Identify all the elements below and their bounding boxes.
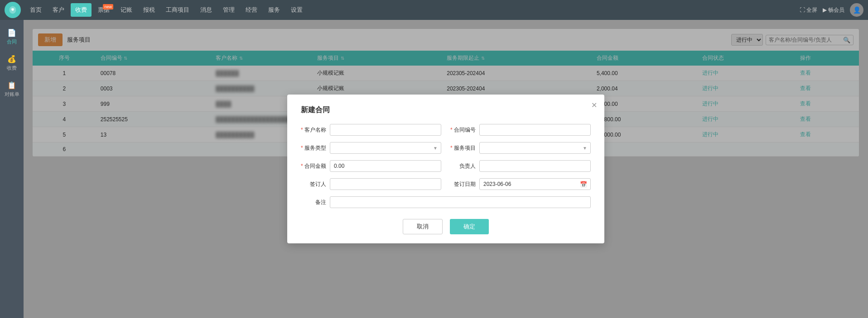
contract-icon: 📄	[7, 28, 16, 37]
form-row-service-item: 服务项目	[450, 142, 591, 154]
nav-messages[interactable]: 消息	[196, 3, 217, 17]
modal-footer: 取消 确定	[301, 219, 591, 234]
nav-bills[interactable]: 票据 new	[93, 3, 114, 17]
fullscreen-label: 全屏	[806, 6, 817, 14]
form-grid: 客户名称 合同编号 服务类型 服务项目	[301, 124, 591, 208]
vip-icon: ▶	[823, 7, 827, 13]
nav-service[interactable]: 服务	[264, 3, 285, 17]
remark-input[interactable]	[330, 196, 591, 208]
new-contract-modal: 新建合同 ✕ 客户名称 合同编号 服务类型	[287, 95, 604, 243]
nav-management[interactable]: 管理	[218, 3, 239, 17]
service-item-label: 服务项目	[450, 144, 476, 152]
fee-icon: 💰	[7, 54, 16, 63]
contract-no-label: 合同编号	[450, 126, 476, 134]
form-row-service-type: 服务类型	[301, 142, 441, 154]
sidebar-item-contract-label: 合同	[7, 38, 17, 45]
modal-overlay: 新建合同 ✕ 客户名称 合同编号 服务类型	[24, 20, 868, 318]
fullscreen-icon: ⛶	[800, 7, 805, 13]
calendar-icon[interactable]: 📅	[580, 181, 587, 188]
customer-name-input[interactable]	[330, 124, 441, 136]
amount-input[interactable]	[330, 160, 441, 172]
sidebar-item-contract[interactable]: 📄 合同	[1, 24, 23, 49]
form-row-signer: 签订人	[301, 178, 441, 190]
service-type-select-wrap	[330, 142, 441, 154]
sidebar-item-fee-label: 收费	[7, 65, 17, 71]
form-row-contract-no: 合同编号	[450, 124, 591, 136]
sign-date-label: 签订日期	[450, 180, 476, 188]
vip-button[interactable]: ▶ 畅会员	[823, 6, 844, 14]
service-item-select[interactable]	[479, 142, 591, 154]
service-item-select-wrap	[479, 142, 591, 154]
signer-input[interactable]	[330, 178, 441, 190]
service-type-select[interactable]	[330, 142, 441, 154]
contract-no-input[interactable]	[479, 124, 591, 136]
cancel-button[interactable]: 取消	[403, 219, 443, 234]
nav-billing[interactable]: 收费	[71, 3, 92, 17]
user-avatar[interactable]: 👤	[850, 3, 863, 17]
nav-right: ⛶ 全屏 ▶ 畅会员 👤	[800, 3, 863, 17]
nav-business[interactable]: 工商项目	[161, 3, 194, 17]
modal-title: 新建合同	[301, 105, 591, 115]
top-nav: 首页 客户 收费 票据 new 记账 报税 工商项目 消息 管理 经营 服务 设…	[0, 0, 868, 20]
nav-settings[interactable]: 设置	[286, 3, 307, 17]
sign-date-input-wrap: 📅	[479, 178, 591, 190]
form-row-sign-date: 签订日期 📅	[450, 178, 591, 190]
app-logo[interactable]	[5, 2, 21, 18]
form-row-customer-name: 客户名称	[301, 124, 441, 136]
nav-customers[interactable]: 客户	[48, 3, 69, 17]
nav-bookkeeping[interactable]: 记账	[116, 3, 137, 17]
confirm-button[interactable]: 确定	[450, 219, 489, 234]
main-layout: 📄 合同 💰 收费 📋 对账单 新增 服务项目 进行中 已完成 已取消	[0, 20, 868, 318]
responsible-label: 负责人	[450, 162, 476, 170]
remark-label: 备注	[301, 199, 326, 206]
form-row-remark: 备注	[301, 196, 591, 208]
nav-items: 首页 客户 收费 票据 new 记账 报税 工商项目 消息 管理 经营 服务 设…	[25, 3, 800, 17]
vip-label: 畅会员	[828, 6, 844, 14]
amount-label: 合同金额	[301, 162, 326, 170]
form-row-amount: 合同金额	[301, 160, 441, 172]
sidebar: 📄 合同 💰 收费 📋 对账单	[0, 20, 24, 318]
modal-close-button[interactable]: ✕	[591, 101, 597, 109]
signer-label: 签订人	[301, 180, 326, 188]
content-area: 新增 服务项目 进行中 已完成 已取消 🔍	[24, 20, 868, 318]
sidebar-item-statement[interactable]: 📋 对账单	[1, 77, 23, 101]
form-row-responsible: 负责人	[450, 160, 591, 172]
new-badge: new	[103, 4, 113, 9]
sidebar-item-statement-label: 对账单	[5, 91, 19, 98]
nav-tax[interactable]: 报税	[139, 3, 159, 17]
statement-icon: 📋	[7, 81, 16, 90]
responsible-input[interactable]	[479, 160, 591, 172]
sign-date-input[interactable]	[479, 178, 591, 190]
nav-operations[interactable]: 经营	[241, 3, 262, 17]
sidebar-item-fee[interactable]: 💰 收费	[1, 51, 23, 75]
nav-home[interactable]: 首页	[25, 3, 46, 17]
fullscreen-button[interactable]: ⛶ 全屏	[800, 6, 817, 14]
customer-name-label: 客户名称	[301, 126, 326, 134]
service-type-label: 服务类型	[301, 144, 326, 152]
